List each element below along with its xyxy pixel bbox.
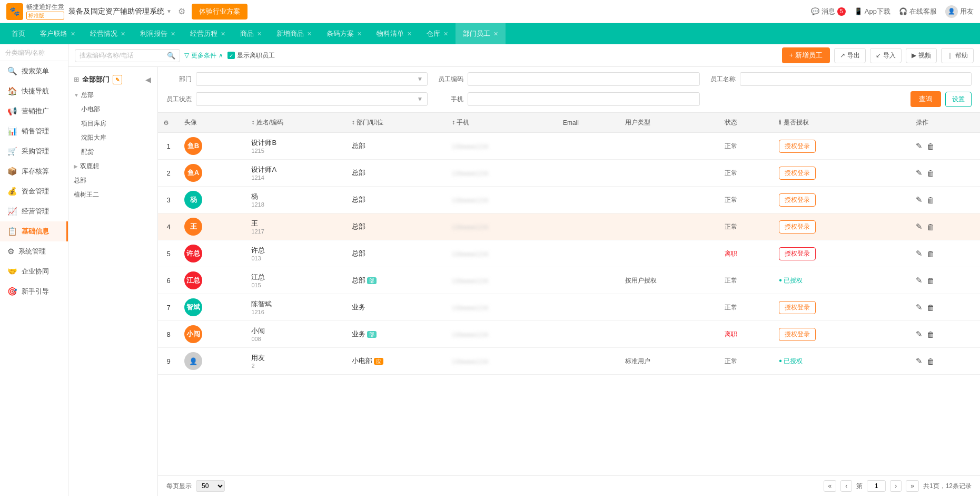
sidebar-item-quicknav[interactable]: 🏠 快捷导航	[0, 81, 68, 101]
message-btn[interactable]: 💬 消息 5	[811, 7, 846, 16]
import-button[interactable]: ↙ 导入	[870, 48, 902, 63]
system-name[interactable]: 装备及固定资产辅助管理系统 ▼	[68, 7, 172, 16]
gear-button[interactable]: ⚙	[176, 4, 187, 18]
close-tab-barcode[interactable]: ✕	[357, 31, 362, 37]
delete-button[interactable]: 🗑	[927, 303, 935, 312]
tab-add-goods[interactable]: 新增商品✕	[269, 23, 319, 44]
close-tab-goods[interactable]: ✕	[257, 31, 262, 37]
delete-button[interactable]: 🗑	[927, 196, 935, 205]
auth-button[interactable]: 授权登录	[779, 328, 816, 341]
dept-collapse-btn[interactable]: ◀	[144, 74, 152, 85]
delete-button[interactable]: 🗑	[927, 276, 935, 285]
last-page-btn[interactable]: »	[906, 480, 919, 492]
auth-button[interactable]: 授权登录	[779, 193, 816, 207]
edit-button[interactable]: ✎	[916, 249, 923, 258]
sidebar-item-sales[interactable]: 📊 销售管理	[0, 121, 68, 141]
empcode-filter-input[interactable]	[468, 72, 699, 86]
tab-goods[interactable]: 商品✕	[233, 23, 269, 44]
edit-button[interactable]: ✎	[916, 222, 923, 231]
close-tab-customer[interactable]: ✕	[71, 31, 75, 37]
edit-button[interactable]: ✎	[916, 195, 923, 205]
sidebar-search-box[interactable]: 🔍	[0, 44, 68, 61]
delete-button[interactable]: 🗑	[927, 169, 935, 178]
search-input[interactable]	[80, 52, 164, 59]
search-box[interactable]: 🔍	[75, 49, 180, 62]
query-button[interactable]: 查询	[910, 91, 941, 107]
per-page-select[interactable]: 50 100	[196, 480, 225, 492]
app-download-btn[interactable]: 📱 App下载	[854, 7, 890, 16]
edit-button[interactable]: ✎	[916, 276, 923, 285]
tab-history[interactable]: 经营历程✕	[183, 23, 233, 44]
prev-page-btn[interactable]: ‹	[840, 480, 852, 492]
tab-warehouse[interactable]: 仓库✕	[419, 23, 456, 44]
close-tab-history[interactable]: ✕	[221, 31, 225, 37]
sidebar-item-guide[interactable]: 🎯 新手引导	[0, 281, 68, 302]
tab-customer[interactable]: 客户联络✕	[33, 23, 83, 44]
delete-button[interactable]: 🗑	[927, 249, 935, 258]
dept-node-zongbu2[interactable]: 总部	[68, 173, 157, 188]
online-service-btn[interactable]: 🎧 在线客服	[899, 7, 937, 16]
sidebar-item-ops[interactable]: 📈 经营管理	[0, 201, 68, 221]
video-button[interactable]: ▶ 视频	[906, 48, 937, 63]
tab-bom[interactable]: 物料清单✕	[369, 23, 419, 44]
show-resigned-checkbox[interactable]: ✓ 显示离职员工	[227, 51, 275, 60]
dept-node-zongbu-parent[interactable]: ▼ 总部	[68, 88, 157, 102]
user-menu[interactable]: 👤 用友	[945, 5, 974, 18]
edit-button[interactable]: ✎	[916, 329, 923, 339]
dept-node-peihuo[interactable]: 配货	[68, 145, 157, 159]
close-tab-operation[interactable]: ✕	[121, 31, 125, 37]
dept-node-zhishu[interactable]: 植树王二	[68, 188, 157, 202]
dept-node-shenyang[interactable]: 沈阳大库	[68, 131, 157, 145]
tab-profit[interactable]: 利润报告✕	[133, 23, 183, 44]
delete-button[interactable]: 🗑	[927, 357, 935, 366]
close-tab-profit[interactable]: ✕	[171, 31, 175, 37]
dept-all-label[interactable]: 全部部门	[82, 75, 110, 84]
more-filter-btn[interactable]: ▽ 更多条件 ∧	[184, 51, 223, 60]
first-page-btn[interactable]: «	[824, 480, 837, 492]
tab-operation[interactable]: 经营情况✕	[83, 23, 133, 44]
dept-edit-icon[interactable]: ✎	[113, 75, 122, 84]
tab-home[interactable]: 首页	[4, 23, 33, 44]
edit-button[interactable]: ✎	[916, 303, 923, 312]
sidebar-search-input[interactable]	[5, 49, 68, 56]
set-button[interactable]: 设置	[945, 92, 972, 107]
next-page-btn[interactable]: ›	[890, 480, 902, 492]
edit-button[interactable]: ✎	[916, 141, 923, 151]
th-phone[interactable]: ↕ 手机	[447, 113, 558, 133]
edit-button[interactable]: ✎	[916, 356, 923, 366]
export-button[interactable]: ↗ 导出	[834, 48, 866, 63]
sidebar-item-marketing[interactable]: 📢 营销推广	[0, 101, 68, 121]
empname-filter-input[interactable]	[740, 72, 972, 86]
edit-button[interactable]: ✎	[916, 168, 923, 178]
status-filter-select[interactable]: ▼	[196, 92, 428, 106]
sidebar-item-purchase[interactable]: 🛒 采购管理	[0, 141, 68, 161]
dept-node-xiaodian[interactable]: 小电部	[68, 102, 157, 116]
dept-filter-select[interactable]: ▼	[196, 72, 428, 86]
dept-node-project[interactable]: 项目库房	[68, 116, 157, 131]
sidebar-item-finance[interactable]: 💰 资金管理	[0, 181, 68, 201]
add-employee-button[interactable]: + 新增员工	[782, 47, 830, 63]
tab-barcode[interactable]: 条码方案✕	[319, 23, 369, 44]
phone-filter-input[interactable]	[468, 92, 699, 106]
th-settings[interactable]: ⚙	[158, 113, 179, 133]
close-tab-employee[interactable]: ✕	[493, 31, 498, 37]
auth-button[interactable]: 授权登录	[779, 247, 816, 260]
auth-button[interactable]: 授权登录	[779, 301, 816, 314]
tab-employee[interactable]: 部门员工✕	[456, 23, 506, 44]
sidebar-item-search[interactable]: 🔍 搜索菜单	[0, 61, 68, 81]
delete-button[interactable]: 🗑	[927, 142, 935, 151]
dept-node-shuanglux[interactable]: ▶ 双鹿想	[68, 159, 157, 173]
sidebar-item-basic[interactable]: 📋 基础信息	[0, 221, 68, 241]
delete-button[interactable]: 🗑	[927, 330, 935, 339]
auth-button[interactable]: 授权登录	[779, 220, 816, 234]
delete-button[interactable]: 🗑	[927, 222, 935, 231]
th-dept[interactable]: ↕ 部门/职位	[347, 113, 447, 133]
auth-button[interactable]: 授权登录	[779, 140, 816, 153]
auth-button[interactable]: 授权登录	[779, 167, 816, 180]
page-input[interactable]	[867, 480, 886, 492]
close-tab-warehouse[interactable]: ✕	[443, 31, 448, 37]
close-tab-add-goods[interactable]: ✕	[307, 31, 312, 37]
sidebar-item-inventory[interactable]: 📦 库存核算	[0, 161, 68, 181]
sidebar-item-system[interactable]: ⚙ 系统管理	[0, 241, 68, 261]
th-name[interactable]: ↕ 姓名/编码	[246, 113, 346, 133]
